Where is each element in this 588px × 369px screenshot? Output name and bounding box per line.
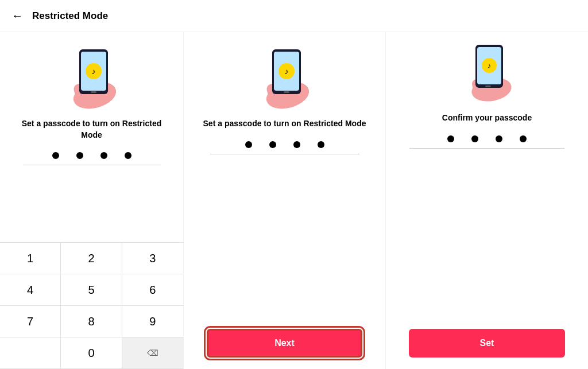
main-content: ♪ Set a passcode to turn on Restricted M… [0,32,588,369]
key-4[interactable]: 4 [0,274,61,306]
key-5[interactable]: 5 [61,274,122,306]
dots-underline-right [409,148,564,149]
key-3[interactable]: 3 [122,243,183,274]
phone-illustration-right: ♪ [455,38,519,107]
key-9[interactable]: 9 [122,306,183,337]
phone-illustration-center: ♪ [250,38,319,112]
confirm-label: Confirm your passcode [442,112,532,124]
key-8[interactable]: 8 [61,306,122,337]
svg-rect-19 [284,91,289,93]
svg-rect-29 [485,86,491,87]
svg-rect-9 [91,91,96,93]
right-dot-4 [520,135,527,142]
right-dot-1 [447,135,454,142]
header: ← Restricted Mode [0,0,588,32]
next-button[interactable]: Next [207,329,362,358]
dot-1 [52,152,59,159]
center-step-label: Set a passcode to turn on Restricted Mod… [203,118,366,130]
svg-text:♪: ♪ [284,67,288,76]
key-backspace[interactable]: ⌫ [122,337,183,369]
center-dot-3 [293,141,300,148]
key-empty [0,337,61,369]
set-button[interactable]: Set [409,329,565,358]
passcode-dots-right [447,135,527,142]
page-title: Restricted Mode [32,10,108,22]
key-7[interactable]: 7 [0,306,61,337]
left-panel: ♪ Set a passcode to turn on Restricted M… [0,32,184,369]
center-dot-2 [269,141,276,148]
phone-illustration-left: ♪ [57,38,126,112]
passcode-dots-center [245,141,324,148]
dot-4 [125,152,131,159]
dot-2 [76,152,83,159]
key-0[interactable]: 0 [61,337,122,369]
key-1[interactable]: 1 [0,243,61,274]
numpad: 1 2 3 4 5 6 7 8 9 0 ⌫ [0,242,183,369]
set-button-area: Set [397,323,577,369]
key-6[interactable]: 6 [122,274,183,306]
next-button-area: Next [195,323,374,369]
passcode-dots-left [52,152,131,159]
svg-text:♪: ♪ [488,61,492,70]
key-2[interactable]: 2 [61,243,122,274]
left-step-label: Set a passcode to turn on Restricted Mod… [0,118,183,141]
dots-underline-left [23,165,161,165]
center-dot-1 [245,141,252,148]
back-button[interactable]: ← [11,9,23,22]
right-dot-2 [471,135,478,142]
center-dot-4 [318,141,324,148]
svg-text:♪: ♪ [91,67,95,76]
dot-3 [100,152,107,159]
right-dot-3 [496,135,502,142]
center-panel: ♪ Set a passcode to turn on Restricted M… [184,32,386,369]
dots-underline-center [210,154,359,154]
right-panel: ♪ Confirm your passcode Set [386,32,588,369]
